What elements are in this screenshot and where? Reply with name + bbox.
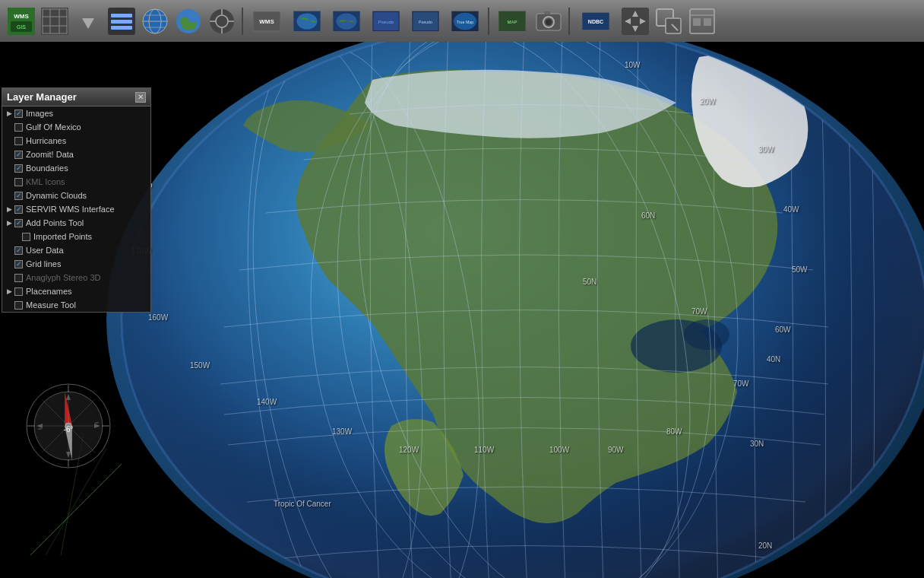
svg-rect-4 xyxy=(41,8,68,35)
layer-label-kml: KML Icons xyxy=(26,176,65,188)
globe-toolbar-icon[interactable] xyxy=(140,6,170,37)
layer-expand-zoomit xyxy=(5,151,13,158)
layer-checkbox-measure[interactable] xyxy=(14,301,23,310)
layer-expand-hurricanes xyxy=(5,137,13,144)
full-screen-icon[interactable] xyxy=(687,6,717,37)
layer-item-clouds[interactable]: Dynamic Clouds xyxy=(2,189,150,202)
globe-view[interactable]: 160E 170E 180 170W 160W 150W 140W 130W 1… xyxy=(0,42,924,578)
layer-expand-imported xyxy=(13,233,21,240)
sat-thumb-4[interactable]: Pseudo xyxy=(407,6,444,37)
layer-checkbox-hurricanes[interactable] xyxy=(14,137,23,145)
layer-expand-images[interactable]: ▶ xyxy=(5,110,13,117)
layer-label-imported: Imported Points xyxy=(33,230,92,243)
layer-manager-title: Layer Manager xyxy=(7,91,77,103)
svg-line-82 xyxy=(38,429,42,430)
svg-text:MAP: MAP xyxy=(507,20,517,24)
layer-label-addpoints: Add Points Tool xyxy=(26,217,84,229)
layer-item-imported[interactable]: Imported Points xyxy=(2,230,150,243)
earth-toolbar-icon[interactable] xyxy=(173,6,204,37)
svg-line-81 xyxy=(95,423,99,424)
svg-point-71 xyxy=(122,42,924,578)
layer-checkbox-servir[interactable] xyxy=(14,205,23,214)
svg-rect-13 xyxy=(111,20,132,24)
layer-item-gulf[interactable]: Gulf Of Mexico xyxy=(2,120,150,134)
layer-item-userdata[interactable]: User Data xyxy=(2,243,150,257)
layer-item-anaglyph[interactable]: Anaglyph Stereo 3D xyxy=(2,271,150,284)
layer-label-boundaries: Boundaries xyxy=(26,162,68,174)
sat-thumb-5[interactable]: True Map xyxy=(447,6,483,37)
separator-1 xyxy=(242,8,243,35)
arrow-down-toolbar-icon[interactable] xyxy=(73,6,103,37)
layer-expand-userdata xyxy=(5,246,13,254)
layer-item-placenames[interactable]: ▶ Placenames xyxy=(2,284,150,298)
layer-label-images: Images xyxy=(26,107,53,119)
layer-expand-boundaries xyxy=(5,164,13,172)
ndbc-icon[interactable]: NDBC xyxy=(574,6,617,37)
toolbar: WMS GIS xyxy=(0,0,924,42)
layer-item-gridlines[interactable]: Grid lines xyxy=(2,257,150,271)
layer-manager-close-button[interactable]: ✕ xyxy=(135,92,146,103)
camera-icon[interactable] xyxy=(533,6,564,37)
svg-rect-14 xyxy=(111,26,132,30)
navigate-arrows-icon[interactable] xyxy=(620,6,650,37)
layer-label-userdata: User Data xyxy=(26,244,64,256)
layer-checkbox-addpoints[interactable] xyxy=(14,219,23,227)
svg-text:Pseudo: Pseudo xyxy=(378,20,394,24)
layer-checkbox-gulf[interactable] xyxy=(14,123,23,132)
layer-item-kml[interactable]: KML Icons xyxy=(2,175,150,189)
svg-text:Pseudo: Pseudo xyxy=(419,20,432,24)
layer-expand-clouds xyxy=(5,192,13,199)
sat-thumb-1[interactable] xyxy=(289,6,325,37)
layer-item-servir[interactable]: ▶ SERVIR WMS Interface xyxy=(2,202,150,216)
layer-checkbox-placenames[interactable] xyxy=(14,287,23,296)
zoom-window-icon[interactable] xyxy=(653,6,684,37)
svg-rect-47 xyxy=(544,11,550,14)
grid-toolbar-icon[interactable] xyxy=(40,6,70,37)
layer-label-clouds: Dynamic Clouds xyxy=(26,189,87,202)
layer-label-servir: SERVIR WMS Interface xyxy=(26,203,115,215)
layer-expand-kml xyxy=(5,178,13,186)
layer-item-boundaries[interactable]: Boundaries xyxy=(2,161,150,175)
globe-sphere[interactable]: 160E 170E 180 170W 160W 150W 140W 130W 1… xyxy=(106,42,924,578)
compass-rose: -6° xyxy=(23,380,114,472)
svg-marker-10 xyxy=(82,18,94,29)
layer-checkbox-kml[interactable] xyxy=(14,178,23,186)
layer-expand-addpoints[interactable]: ▶ xyxy=(5,219,13,227)
layer-expand-servir[interactable]: ▶ xyxy=(5,205,13,213)
layer-checkbox-zoomit[interactable] xyxy=(14,151,23,159)
layer-item-addpoints[interactable]: ▶ Add Points Tool xyxy=(2,216,150,230)
layer-checkbox-imported[interactable] xyxy=(22,233,30,241)
layer-item-hurricanes[interactable]: Hurricanes xyxy=(2,134,150,148)
layer-expand-anaglyph xyxy=(5,274,13,281)
map-overview-icon[interactable]: MAP xyxy=(494,6,530,37)
layer-item-images[interactable]: ▶ Images xyxy=(2,106,150,120)
separator-3 xyxy=(568,8,570,35)
layer-checkbox-boundaries[interactable] xyxy=(14,164,23,173)
layer-item-measure[interactable]: Measure Tool xyxy=(2,298,150,312)
layer-checkbox-images[interactable] xyxy=(14,110,23,118)
layer-checkbox-clouds[interactable] xyxy=(14,192,23,200)
svg-text:WMS: WMS xyxy=(259,17,274,24)
svg-text:WMS: WMS xyxy=(14,13,29,20)
layer-item-zoomit[interactable]: Zoomit! Data xyxy=(2,148,150,161)
svg-rect-61 xyxy=(704,18,711,26)
sat-thumb-2[interactable] xyxy=(328,6,365,37)
svg-text:True Map: True Map xyxy=(457,20,473,24)
svg-point-46 xyxy=(546,19,552,25)
layer-expand-placenames[interactable]: ▶ xyxy=(5,287,13,295)
layer-checkbox-userdata[interactable] xyxy=(14,246,23,255)
layer-checkbox-anaglyph[interactable] xyxy=(14,274,23,282)
layer-checkbox-gridlines[interactable] xyxy=(14,260,23,268)
sat-thumb-3[interactable]: Pseudo xyxy=(368,6,404,37)
wms-logo-icon[interactable]: WMS GIS xyxy=(6,6,36,37)
layer-label-zoomit: Zoomit! Data xyxy=(26,148,74,160)
layers-toolbar-icon[interactable] xyxy=(106,6,137,37)
svg-rect-12 xyxy=(111,14,132,17)
layer-expand-gridlines xyxy=(5,260,13,268)
crosshair-toolbar-icon[interactable] xyxy=(207,6,237,37)
separator-2 xyxy=(488,8,489,35)
svg-text:NDBC: NDBC xyxy=(588,19,603,24)
layer-label-gulf: Gulf Of Mexico xyxy=(26,121,81,133)
wms-button-icon[interactable]: WMS xyxy=(248,6,286,37)
layer-manager-panel: Layer Manager ✕ ▶ Images Gulf Of Mexico … xyxy=(2,87,151,313)
